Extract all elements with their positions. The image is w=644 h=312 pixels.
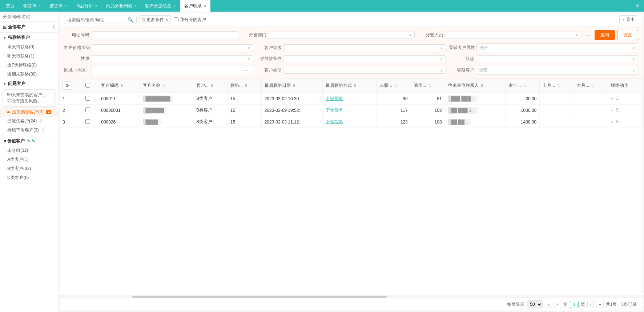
tab-close-customer-contact[interactable]: × xyxy=(204,4,206,8)
sidebar-item-today[interactable]: 今天待联络(0) xyxy=(0,42,58,52)
sidebar-item-a-class[interactable]: A类客户(1) xyxy=(0,155,58,164)
sidebar-group-churn: ▼ 问题客户 90天未交易的客户，可能有流失风险。 流失预警客户(3) ● 已流… xyxy=(0,79,58,135)
page-word: 页 xyxy=(581,301,585,308)
sidebar-search-bar: 🔍 xyxy=(0,12,58,22)
row-type: B类客户 xyxy=(193,93,227,105)
zero-attr-chevron-icon: ∨ xyxy=(632,46,635,50)
row-checkbox-1[interactable] xyxy=(85,108,90,112)
sidebar-group-pending-header[interactable]: ▼ 待联络客户 xyxy=(0,33,58,42)
action-more-icon-2[interactable]: ⠿ xyxy=(616,119,619,125)
filter-row-3: 性质 ∨ 收付款条件 ∨ 状态 xyxy=(64,55,638,62)
my-customers-checkbox[interactable] xyxy=(174,17,178,22)
row-unlink-days: 117 xyxy=(377,105,411,116)
last-page-button[interactable]: » xyxy=(596,301,604,308)
tab-purchase[interactable]: 进货单 × xyxy=(45,0,71,12)
filter-bar: 🔍 ▽ 更多条件 ∧ 我分管的客户 ↑ 导出 xyxy=(60,13,643,27)
sort-icon-contact-person: ⇅ xyxy=(480,84,483,88)
row-actions: ⌖ ⠿ xyxy=(608,93,643,105)
row-overdue: 81 xyxy=(411,93,445,105)
arrow-icon-value: ▼ xyxy=(3,139,7,144)
payment-field: 收付款条件 ∨ xyxy=(256,55,446,62)
tab-home[interactable]: 首页 xyxy=(1,0,19,12)
column-settings-button[interactable]: ⚙ xyxy=(63,81,72,90)
tab-sales[interactable]: 销货单 × xyxy=(19,0,45,12)
dept-select[interactable]: ∨ xyxy=(268,32,415,39)
sidebar-item-c-class[interactable]: C类客户(6) xyxy=(0,173,58,182)
more-conditions-button[interactable]: ▽ 更多条件 ∧ xyxy=(140,15,171,24)
sidebar-item-tomorrow[interactable]: 明天待联络(1) xyxy=(0,52,58,61)
sidebar-item-ungrouped[interactable]: 未分组(32) xyxy=(0,146,58,155)
price-grade-select[interactable]: ∨ xyxy=(92,44,253,51)
manager-chevron-icon: ∨ xyxy=(576,33,578,37)
select-all-checkbox[interactable] xyxy=(85,83,90,88)
action-link-icon-0[interactable]: ⌖ xyxy=(611,96,613,102)
sidebar-item-7days[interactable]: 近7天待联络(0) xyxy=(0,61,58,70)
row-this-year: 1000.00 xyxy=(506,105,540,116)
prev-page-button[interactable]: ‹ xyxy=(555,301,561,308)
filter-search-wrapper: 🔍 xyxy=(64,16,137,24)
gender-select[interactable]: ∨ xyxy=(91,55,253,62)
tab-close-analysis-list[interactable]: × xyxy=(134,4,137,8)
sort-icon-this-month: ⇅ xyxy=(591,84,594,88)
horizontal-scrollbar[interactable] xyxy=(60,295,643,298)
manager-more-icon[interactable]: ··· xyxy=(583,32,592,39)
row-name: ████████ xyxy=(140,93,193,105)
refresh-icon[interactable]: ↻ xyxy=(27,139,30,143)
status-select[interactable]: ∨ xyxy=(476,55,638,62)
tab-analysis-list[interactable]: 商品分析列表 × xyxy=(102,0,141,12)
sidebar-item-declining[interactable]: 持续下滑客户(2) ? xyxy=(0,126,58,135)
sidebar-all-customers[interactable]: ⊞ 全部客户 《 xyxy=(0,22,58,33)
setting-button[interactable]: 设置 xyxy=(617,30,638,40)
action-more-icon-1[interactable]: ⠿ xyxy=(616,108,619,113)
scrollbar-thumb[interactable] xyxy=(132,296,387,298)
first-page-button[interactable]: « xyxy=(545,301,552,308)
sort-icon-type: ⇅ xyxy=(210,84,213,88)
sidebar-item-already-churn[interactable]: 已流失客户(24) ? xyxy=(0,117,58,126)
edit-icon[interactable]: ✎ xyxy=(32,139,35,143)
row-overdue: 102 xyxy=(411,105,445,116)
sidebar-group-value-header[interactable]: ▼ 价值客户 ↻ ✎ xyxy=(0,136,58,146)
export-button[interactable]: ↑ 导出 xyxy=(619,15,638,24)
arrow-icon: ▼ xyxy=(3,36,7,40)
query-button[interactable]: 查询 xyxy=(595,30,615,40)
tab-close-purchase[interactable]: × xyxy=(65,4,67,8)
churn-badge: ● xyxy=(46,110,51,114)
tab-customer-tier[interactable]: 客户分层经营 × xyxy=(141,0,180,12)
sidebar-group-value: ▼ 价值客户 ↻ ✎ 未分组(32) A类客户(1) B类客户(33) C类客户… xyxy=(0,135,58,182)
action-more-icon-0[interactable]: ⠿ xyxy=(616,96,619,102)
region-select[interactable]: ··· xyxy=(92,65,253,75)
customer-type-select[interactable]: ∨ xyxy=(283,67,446,74)
action-link-icon-1[interactable]: ⌖ xyxy=(611,108,613,113)
customer-grade-select[interactable]: ∨ xyxy=(283,44,446,51)
col-type: 客户... ⇅ xyxy=(193,78,227,93)
row-checkbox-2[interactable] xyxy=(85,119,90,124)
payment-select[interactable]: ∨ xyxy=(283,55,446,62)
tab-analysis[interactable]: 商品分析 × xyxy=(71,0,102,12)
region-more-icon[interactable]: ··· xyxy=(242,66,250,74)
tab-close-customer-tier[interactable]: × xyxy=(173,4,176,8)
sidebar-group-churn-header[interactable]: ▼ 问题客户 xyxy=(0,79,58,89)
tab-close-analysis[interactable]: × xyxy=(95,4,97,8)
per-page-select[interactable]: 50 xyxy=(527,300,543,308)
tab-customer-contact[interactable]: 客户联系 × xyxy=(180,0,210,12)
zero-customer-select[interactable]: 全部 ∨ xyxy=(476,66,638,75)
my-customers-filter[interactable]: 我分管的客户 xyxy=(174,17,206,23)
sidebar-item-churn-warning[interactable]: 流失预警客户(3) ● xyxy=(0,108,58,117)
action-link-icon-2[interactable]: ⌖ xyxy=(611,119,613,125)
phone-input[interactable] xyxy=(91,31,238,39)
window-close-button[interactable]: ✕ xyxy=(632,3,643,9)
filter-row-1: 电话号码 分管部门 ∨ 分管人员 ∨ ··· xyxy=(64,30,638,40)
col-code: 客户编码 ⇅ xyxy=(98,78,140,93)
next-page-button[interactable]: › xyxy=(587,301,594,308)
sidebar-item-overdue-contact[interactable]: 逾期未联络(30) xyxy=(0,70,58,79)
phone-label: 电话号码 xyxy=(64,32,89,38)
manager-field: 分管人员 ∨ ··· xyxy=(418,32,592,39)
manager-select[interactable]: ∨ xyxy=(444,32,581,39)
col-action: 联络动作 xyxy=(608,78,643,93)
tab-close-sales[interactable]: × xyxy=(39,4,41,8)
filter-search-input[interactable] xyxy=(67,17,128,23)
sidebar-search-input[interactable] xyxy=(3,14,57,19)
zero-attr-select[interactable]: 全部 ∨ xyxy=(476,43,638,52)
row-checkbox-0[interactable] xyxy=(85,96,90,101)
sidebar-item-b-class[interactable]: B类客户(33) xyxy=(0,164,58,173)
